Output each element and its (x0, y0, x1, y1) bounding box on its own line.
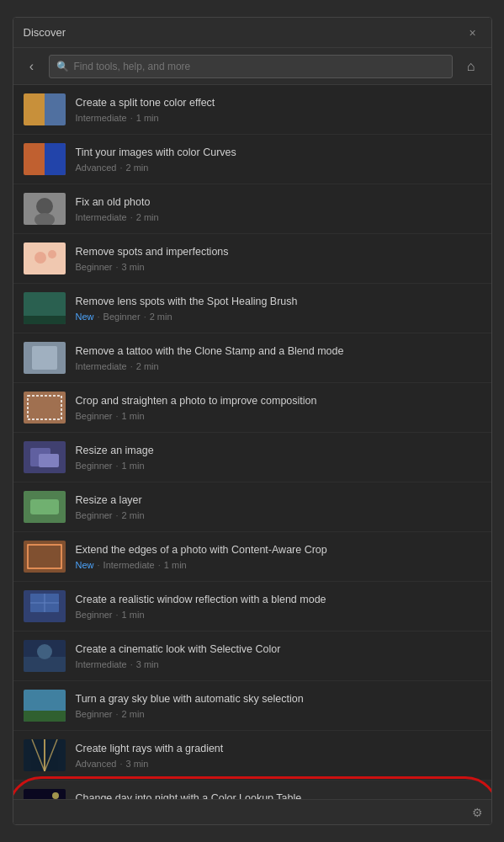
thumbnail-sky-selection (24, 690, 66, 722)
item-title-color-curves: Tint your images with color Curves (76, 146, 481, 161)
svg-point-8 (34, 252, 46, 264)
item-info-color-curves: Tint your images with color CurvesAdvanc… (76, 146, 481, 173)
list-item-resize-image[interactable]: Resize an imageBeginner · 1 min (13, 433, 491, 482)
item-meta-sky-selection: Beginner · 2 min (76, 709, 481, 719)
thumbnail-split-tone (24, 93, 66, 125)
item-level-clone-stamp: Intermediate (76, 361, 127, 371)
svg-rect-20 (30, 499, 59, 514)
item-title-old-photo: Fix an old photo (76, 195, 481, 210)
list-item-sky-selection[interactable]: Turn a gray sky blue with automatic sky … (13, 681, 491, 731)
item-time-color-curves: 2 min (126, 163, 149, 173)
item-info-light-rays: Create light rays with a gradientAdvance… (76, 742, 481, 770)
item-meta-light-rays: Advanced · 3 min (76, 759, 481, 769)
list-item-content-aware[interactable]: Extend the edges of a photo with Content… (13, 532, 491, 582)
svg-rect-31 (24, 711, 66, 722)
thumbnail-spot-healing (24, 292, 66, 324)
thumbnail-day-night (24, 789, 66, 799)
item-level-crop-straighten: Beginner (76, 411, 113, 421)
item-info-clone-stamp: Remove a tattoo with the Clone Stamp and… (76, 344, 481, 372)
search-bar[interactable]: 🔍 (49, 55, 453, 78)
thumbnail-light-rays (24, 739, 66, 771)
item-title-content-aware: Extend the edges of a photo with Content… (76, 543, 481, 558)
item-time-light-rays: 3 min (126, 759, 149, 769)
list-item-resize-layer[interactable]: Resize a layerBeginner · 2 min (13, 482, 491, 532)
thumbnail-resize-image (24, 441, 66, 473)
new-badge-content-aware: New (76, 560, 94, 570)
svg-point-38 (52, 792, 59, 799)
svg-point-5 (36, 198, 53, 215)
search-input[interactable] (74, 61, 445, 72)
item-title-day-night: Change day into night with a Color Looku… (76, 791, 481, 799)
item-level-split-tone: Intermediate (76, 113, 127, 123)
settings-icon[interactable]: ⚙ (472, 806, 483, 819)
item-title-light-rays: Create light rays with a gradient (76, 742, 481, 757)
item-level-color-curves: Advanced (76, 163, 117, 173)
item-title-window-reflection: Create a realistic window reflection wit… (76, 593, 481, 608)
item-meta-crop-straighten: Beginner · 1 min (76, 411, 481, 421)
list-item-split-tone[interactable]: Create a split tone color effectIntermed… (13, 85, 491, 135)
item-info-resize-image: Resize an imageBeginner · 1 min (76, 444, 481, 472)
close-button[interactable]: × (464, 24, 481, 41)
item-time-content-aware: 1 min (164, 560, 187, 570)
item-time-spot-healing: 2 min (150, 312, 172, 322)
back-button[interactable]: ‹ (22, 56, 42, 77)
list-item-spot-healing[interactable]: Remove lens spots with the Spot Healing … (13, 284, 491, 333)
list-item-day-night[interactable]: Change day into night with a Color Looku… (13, 781, 491, 799)
item-time-selective-color: 3 min (136, 659, 159, 669)
item-time-resize-layer: 2 min (122, 510, 145, 520)
thumbnail-remove-spots (24, 242, 66, 274)
title-bar: Discover × (13, 18, 491, 48)
item-title-selective-color: Create a cinematic look with Selective C… (76, 642, 481, 658)
home-button[interactable]: ⌂ (459, 55, 483, 78)
item-time-clone-stamp: 2 min (136, 361, 159, 371)
thumbnail-resize-layer (24, 491, 66, 523)
item-info-split-tone: Create a split tone color effectIntermed… (76, 96, 481, 124)
search-icon: 🔍 (56, 61, 69, 72)
thumbnail-window-reflection (24, 590, 66, 622)
new-badge-spot-healing: New (76, 312, 94, 322)
list-item-light-rays[interactable]: Create light rays with a gradientAdvance… (13, 731, 491, 781)
item-level-resize-image: Beginner (76, 461, 113, 471)
svg-rect-18 (39, 454, 59, 467)
list-item-crop-straighten[interactable]: Crop and straighten a photo to improve c… (13, 383, 491, 433)
item-meta-split-tone: Intermediate · 1 min (76, 113, 481, 123)
list-item-color-curves[interactable]: Tint your images with color CurvesAdvanc… (13, 135, 491, 184)
item-title-crop-straighten: Crop and straighten a photo to improve c… (76, 394, 481, 409)
item-time-crop-straighten: 1 min (122, 411, 145, 421)
item-title-split-tone: Create a split tone color effect (76, 96, 481, 111)
svg-rect-0 (24, 93, 45, 125)
list-item-old-photo[interactable]: Fix an old photoIntermediate · 2 min (13, 184, 491, 234)
status-bar: ⚙ (13, 799, 491, 824)
item-time-resize-image: 1 min (122, 461, 145, 471)
thumbnail-crop-straighten (24, 392, 66, 424)
svg-rect-3 (45, 143, 66, 175)
item-info-window-reflection: Create a realistic window reflection wit… (76, 593, 481, 621)
item-info-selective-color: Create a cinematic look with Selective C… (76, 642, 481, 670)
list-item-clone-stamp[interactable]: Remove a tattoo with the Clone Stamp and… (13, 333, 491, 383)
item-info-day-night: Change day into night with a Color Looku… (76, 791, 481, 799)
item-meta-spot-healing: New·Beginner · 2 min (76, 312, 481, 322)
list-item-selective-color[interactable]: Create a cinematic look with Selective C… (13, 632, 491, 681)
thumbnail-clone-stamp (24, 342, 66, 374)
item-level-light-rays: Advanced (76, 759, 117, 769)
item-level-sky-selection: Beginner (76, 709, 113, 719)
item-title-resize-image: Resize an image (76, 444, 481, 459)
item-time-sky-selection: 2 min (122, 709, 145, 719)
discover-window: Discover × ‹ 🔍 ⌂ Create a split tone col… (13, 17, 492, 825)
item-info-content-aware: Extend the edges of a photo with Content… (76, 543, 481, 571)
item-level-content-aware: Intermediate (103, 560, 155, 570)
toolbar: ‹ 🔍 ⌂ (13, 48, 491, 85)
item-level-window-reflection: Beginner (76, 610, 113, 620)
item-meta-selective-color: Intermediate · 3 min (76, 659, 481, 669)
svg-rect-1 (45, 93, 66, 125)
item-title-resize-layer: Resize a layer (76, 493, 481, 509)
item-info-crop-straighten: Crop and straighten a photo to improve c… (76, 394, 481, 422)
svg-rect-36 (24, 789, 66, 799)
list-item-remove-spots[interactable]: Remove spots and imperfectionsBeginner ·… (13, 234, 491, 284)
item-time-window-reflection: 1 min (122, 610, 145, 620)
thumbnail-content-aware (24, 541, 66, 573)
item-info-spot-healing: Remove lens spots with the Spot Healing … (76, 295, 481, 322)
item-meta-old-photo: Intermediate · 2 min (76, 212, 481, 222)
item-info-resize-layer: Resize a layerBeginner · 2 min (76, 493, 481, 521)
list-item-window-reflection[interactable]: Create a realistic window reflection wit… (13, 582, 491, 632)
